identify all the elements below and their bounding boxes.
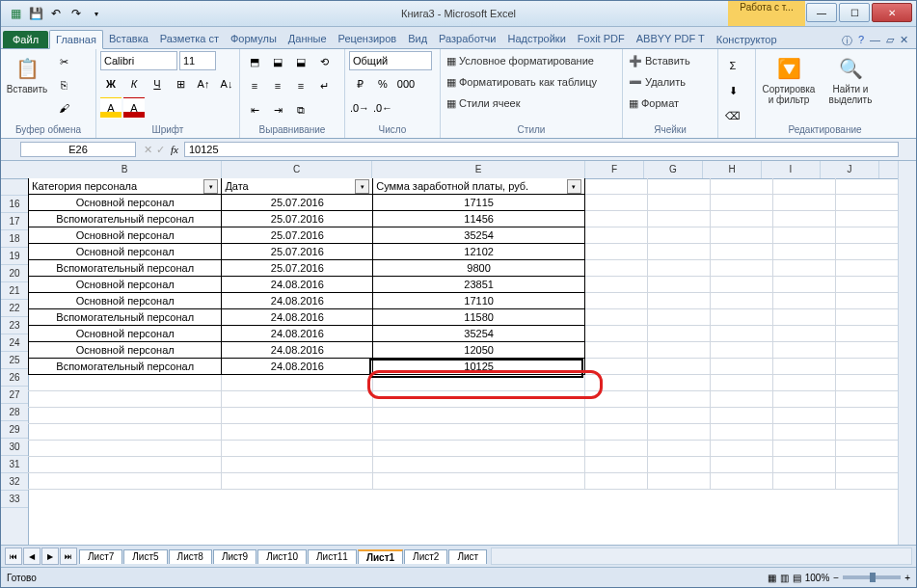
cell-C21[interactable]: 24.08.2016 xyxy=(222,277,373,293)
cell-styles-button[interactable]: ▦Стили ячеек xyxy=(445,94,522,113)
cell-B25[interactable]: Основной персонал xyxy=(28,342,222,359)
cell-B26[interactable]: Вспомогательный персонал xyxy=(28,359,222,375)
insert-cells-button[interactable]: ➕Вставить xyxy=(627,51,692,70)
sheet-tab-Лист11[interactable]: Лист11 xyxy=(308,549,357,564)
confirm-formula-icon[interactable]: ✓ xyxy=(156,144,165,156)
cell-C30[interactable] xyxy=(222,424,373,441)
align-right-icon[interactable]: ≡ xyxy=(290,75,311,96)
cell-F30[interactable] xyxy=(585,424,648,441)
cut-icon[interactable]: ✂ xyxy=(53,51,74,72)
cell-G27[interactable] xyxy=(648,375,711,391)
cell-empty[interactable] xyxy=(711,244,773,260)
percent-icon[interactable]: % xyxy=(372,73,393,94)
qat-more-icon[interactable]: ▾ xyxy=(88,5,105,22)
align-bottom-icon[interactable]: ⬓ xyxy=(290,51,311,72)
cell-H32[interactable] xyxy=(711,457,773,473)
cell-E20[interactable]: 9800 xyxy=(373,260,585,277)
cell-B18[interactable]: Основной персонал xyxy=(28,227,222,244)
col-header-B[interactable]: B xyxy=(28,161,222,178)
cell-empty[interactable] xyxy=(836,326,899,342)
zoom-level[interactable]: 100% xyxy=(805,573,830,583)
cell-I28[interactable] xyxy=(773,391,836,408)
cell-E29[interactable] xyxy=(373,408,585,424)
cell-C28[interactable] xyxy=(222,391,373,408)
cell-E32[interactable] xyxy=(373,457,585,473)
cell-E19[interactable]: 12102 xyxy=(373,244,585,260)
cell-empty[interactable] xyxy=(836,244,899,260)
cell-empty[interactable] xyxy=(836,309,899,326)
cell-J27[interactable] xyxy=(836,375,899,391)
col-header-E[interactable]: E xyxy=(372,161,585,178)
cell-C31[interactable] xyxy=(222,441,373,457)
cell-G30[interactable] xyxy=(648,424,711,441)
cell-G32[interactable] xyxy=(648,457,711,473)
sheet-tab-Лист10[interactable]: Лист10 xyxy=(257,549,307,564)
cell-E18[interactable]: 35254 xyxy=(373,227,585,244)
delete-cells-button[interactable]: ➖Удалить xyxy=(627,72,688,92)
row-header-29[interactable]: 29 xyxy=(1,421,28,439)
maximize-button[interactable]: ☐ xyxy=(839,3,870,22)
cell-empty[interactable] xyxy=(585,244,648,260)
cell-empty[interactable] xyxy=(648,342,711,359)
cell-F31[interactable] xyxy=(585,441,648,457)
cell-G33[interactable] xyxy=(648,473,711,490)
cell-empty[interactable] xyxy=(711,342,773,359)
paste-button[interactable]: 📋 Вставить xyxy=(5,51,49,94)
autosum-icon[interactable]: Σ xyxy=(722,55,743,76)
row-header-27[interactable]: 27 xyxy=(1,387,28,404)
cell-B21[interactable]: Основной персонал xyxy=(28,277,222,293)
cell-empty[interactable] xyxy=(836,277,899,293)
col-header-F[interactable]: F xyxy=(585,161,644,178)
fill-color-button[interactable]: A xyxy=(100,97,121,119)
cell-empty[interactable] xyxy=(836,227,899,244)
cell-empty[interactable] xyxy=(773,244,836,260)
cell-C19[interactable]: 25.07.2016 xyxy=(222,244,373,260)
view-break-icon[interactable]: ▤ xyxy=(793,573,801,583)
cell-I30[interactable] xyxy=(773,424,836,441)
cell-F33[interactable] xyxy=(585,473,648,490)
cell-E22[interactable]: 17110 xyxy=(373,293,585,309)
tab-3[interactable]: Формулы xyxy=(225,30,283,48)
minimize-ribbon-icon[interactable]: ⓘ xyxy=(842,34,852,48)
cell-I31[interactable] xyxy=(773,441,836,457)
cell-empty[interactable] xyxy=(711,227,773,244)
sheet-nav-next-icon[interactable]: ▶ xyxy=(41,548,59,565)
col-header-J[interactable]: J xyxy=(821,161,879,178)
cell-J28[interactable] xyxy=(836,391,899,408)
row-header-20[interactable]: 20 xyxy=(1,265,28,282)
cell-empty[interactable] xyxy=(773,359,836,375)
cell-F32[interactable] xyxy=(585,457,648,473)
fill-icon[interactable]: ⬇ xyxy=(722,80,743,101)
cell-empty[interactable] xyxy=(585,227,648,244)
cell-empty[interactable] xyxy=(648,227,711,244)
cell-B30[interactable] xyxy=(28,424,222,441)
filter-dropdown-icon[interactable]: ▾ xyxy=(203,179,218,194)
format-painter-icon[interactable]: 🖌 xyxy=(53,97,74,119)
cell-empty[interactable] xyxy=(773,227,836,244)
cell-H31[interactable] xyxy=(711,441,773,457)
table-header-E[interactable]: Сумма заработной платы, руб.▾ xyxy=(373,178,585,195)
cell-C18[interactable]: 25.07.2016 xyxy=(222,227,373,244)
cell-empty[interactable] xyxy=(585,309,648,326)
row-header-24[interactable]: 24 xyxy=(1,334,28,352)
cell-empty[interactable] xyxy=(773,211,836,227)
save-icon[interactable]: 💾 xyxy=(27,5,44,22)
file-tab[interactable]: Файл xyxy=(3,31,48,48)
bold-button[interactable]: Ж xyxy=(100,73,121,94)
align-left-icon[interactable]: ≡ xyxy=(244,75,265,96)
cell-empty[interactable] xyxy=(585,342,648,359)
row-header-31[interactable]: 31 xyxy=(1,456,28,473)
cell-empty[interactable] xyxy=(711,260,773,277)
underline-button[interactable]: Ч xyxy=(147,73,168,94)
comma-icon[interactable]: 000 xyxy=(395,73,417,94)
row-header[interactable] xyxy=(1,178,28,196)
font-name-combo[interactable]: Calibri xyxy=(100,51,177,70)
name-box[interactable]: E26 xyxy=(20,142,136,157)
cell-J30[interactable] xyxy=(836,424,899,441)
increase-indent-icon[interactable]: ⇥ xyxy=(267,99,288,120)
vertical-scrollbar[interactable] xyxy=(898,161,916,545)
cell-empty[interactable] xyxy=(711,195,773,211)
view-normal-icon[interactable]: ▦ xyxy=(768,573,776,583)
cell-I29[interactable] xyxy=(773,408,836,424)
cell-empty[interactable] xyxy=(773,178,836,195)
